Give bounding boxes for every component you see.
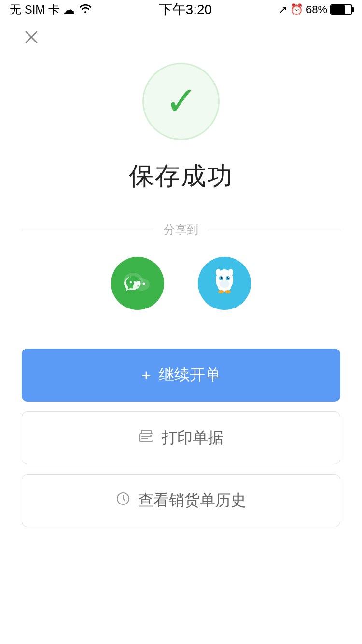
wifi-icon — [79, 3, 92, 16]
history-button[interactable]: 查看销货单历史 — [22, 474, 340, 527]
print-label: 打印单据 — [162, 427, 223, 448]
no-sim-text: 无 SIM 卡 ☁ — [10, 2, 75, 17]
svg-point-9 — [134, 281, 136, 283]
continue-order-button[interactable]: + 继续开单 — [22, 349, 340, 402]
svg-point-11 — [140, 285, 142, 287]
history-icon — [116, 491, 130, 510]
svg-point-8 — [130, 281, 132, 283]
status-left: 无 SIM 卡 ☁ — [10, 2, 92, 17]
share-label: 分享到 — [164, 222, 198, 238]
svg-rect-26 — [141, 436, 151, 437]
battery-icon — [330, 4, 352, 15]
status-right: ↗ ⏰ 68% — [278, 3, 352, 16]
location-icon: ↗ — [278, 3, 287, 16]
history-label: 查看销货单历史 — [138, 490, 246, 511]
svg-point-16 — [227, 277, 229, 279]
print-icon — [139, 429, 154, 447]
wechat-share-button[interactable] — [111, 257, 164, 310]
svg-point-21 — [218, 290, 224, 293]
status-time: 下午3:20 — [159, 0, 212, 19]
svg-point-24 — [228, 269, 233, 276]
svg-point-20 — [220, 280, 229, 288]
svg-point-23 — [216, 269, 221, 276]
success-title: 保存成功 — [129, 159, 233, 193]
svg-point-18 — [228, 277, 229, 278]
divider-line-left — [22, 230, 154, 230]
continue-order-icon: + — [141, 366, 151, 385]
battery-percent: 68% — [306, 3, 327, 16]
check-icon: ✓ — [165, 82, 197, 121]
qq-share-button[interactable] — [198, 257, 251, 310]
svg-point-22 — [225, 290, 231, 293]
status-bar: 无 SIM 卡 ☁ 下午3:20 ↗ ⏰ 68% — [0, 0, 362, 19]
success-circle: ✓ — [142, 63, 220, 140]
share-divider: 分享到 — [22, 222, 340, 238]
main-content: ✓ 保存成功 分享到 — [0, 19, 362, 527]
close-button[interactable] — [19, 25, 43, 49]
svg-point-28 — [150, 435, 152, 437]
svg-point-15 — [221, 277, 223, 279]
print-button[interactable]: 打印单据 — [22, 411, 340, 464]
action-buttons: + 继续开单 打印单据 — [22, 349, 340, 527]
alarm-icon: ⏰ — [290, 3, 303, 16]
svg-point-17 — [222, 277, 223, 278]
svg-point-10 — [137, 285, 139, 287]
svg-point-7 — [143, 283, 145, 285]
divider-line-right — [208, 230, 340, 230]
share-icons — [111, 257, 251, 310]
svg-rect-27 — [141, 438, 148, 439]
continue-order-label: 继续开单 — [159, 364, 221, 386]
